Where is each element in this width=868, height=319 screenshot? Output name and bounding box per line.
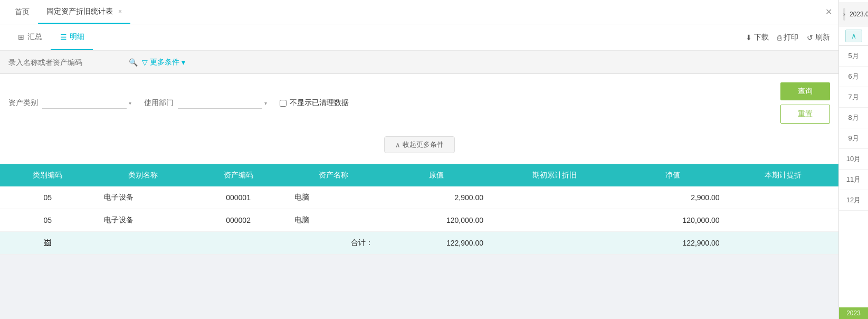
department-select[interactable]	[178, 98, 262, 109]
action-buttons: 查询 重置	[780, 82, 830, 124]
col-original-value: 原值	[381, 164, 492, 186]
nav-tab-label: 固定资产折旧统计表	[46, 7, 113, 16]
sidebar-month-5[interactable]: 5月	[839, 46, 868, 67]
download-label: 下载	[754, 33, 769, 42]
total-current-depreciation	[728, 232, 838, 255]
sidebar-year-badge[interactable]: 2023	[839, 307, 868, 319]
cell-accumulated-depreciation	[492, 186, 617, 209]
table-container: 类别编码 类别名称 资产编码 资产名称 原值 期初累计折旧 净值 本期计提折 0…	[0, 164, 838, 319]
filter-button[interactable]: ▽ 更多条件 ▾	[142, 58, 185, 67]
chevron-down-icon: ▾	[182, 58, 185, 67]
table-total-row: 🖼 合计： 122,900.00 122,900.00	[0, 232, 838, 255]
summary-icon: ⊞	[17, 33, 25, 41]
cell-category-code: 05	[0, 186, 96, 209]
asset-category-arrow-icon: ▾	[129, 100, 131, 106]
sidebar-month-7[interactable]: 7月	[839, 87, 868, 108]
asset-category-select[interactable]	[42, 98, 127, 109]
sidebar-month-10[interactable]: 10月	[839, 149, 868, 170]
tab-group: ⊞ 汇总 ☰ 明细	[8, 24, 93, 50]
print-button[interactable]: ⎙ 打印	[777, 33, 798, 42]
cell-asset-code: 000002	[190, 209, 286, 232]
sidebar-months: 5月 6月 7月 8月 9月 10月 11月 12月	[839, 46, 868, 211]
tab-summary[interactable]: ⊞ 汇总	[8, 24, 51, 50]
collapse-label: 收起更多条件	[403, 140, 444, 149]
print-label: 打印	[784, 33, 798, 42]
close-tab-icon[interactable]: ×	[118, 8, 122, 15]
sidebar-month-11[interactable]: 11月	[839, 170, 868, 190]
top-nav: 首页 固定资产折旧统计表 × ✕	[0, 0, 838, 24]
total-net-value: 122,900.00	[617, 232, 728, 255]
asset-category-select-wrapper: ▾	[42, 98, 131, 109]
sidebar-month-9[interactable]: 9月	[839, 128, 868, 149]
table-row: 05 电子设备 000001 电脑 2,900.00 2,900.00	[0, 186, 838, 209]
asset-category-label: 资产类别	[8, 98, 38, 108]
cell-net-value: 2,900.00	[617, 186, 728, 209]
cell-original-value: 120,000.00	[381, 209, 492, 232]
cell-net-value: 120,000.00	[617, 209, 728, 232]
table-header: 类别编码 类别名称 资产编码 资产名称 原值 期初累计折旧 净值 本期计提折	[0, 164, 838, 186]
cell-original-value: 2,900.00	[381, 186, 492, 209]
hide-cleared-checkbox[interactable]	[280, 100, 287, 107]
search-bar: 🔍 ▽ 更多条件 ▾	[0, 51, 838, 74]
tab-summary-label: 汇总	[27, 32, 42, 42]
total-icon: 🖼	[44, 239, 51, 247]
col-asset-code: 资产编码	[190, 164, 286, 186]
sidebar-month-8[interactable]: 8月	[839, 108, 868, 128]
filter-panel: 资产类别 ▾ 使用部门 ▾ 不显示已清理数	[0, 74, 838, 164]
reset-button[interactable]: 重置	[780, 105, 830, 124]
col-asset-name: 资产名称	[286, 164, 381, 186]
filter-asset-category: 资产类别 ▾	[8, 98, 131, 109]
col-net-value: 净值	[617, 164, 728, 186]
search-input[interactable]	[8, 58, 125, 67]
col-current-depreciation: 本期计提折	[728, 164, 838, 186]
refresh-icon: ↺	[807, 33, 813, 42]
action-group: ⬇ 下载 ⎙ 打印 ↺ 刷新	[746, 33, 830, 42]
download-icon: ⬇	[746, 33, 752, 42]
query-button[interactable]: 查询	[780, 82, 830, 100]
col-category-code: 类别编码	[0, 164, 96, 186]
filter-label: 更多条件	[150, 58, 179, 67]
cell-current-depreciation	[728, 209, 838, 232]
cell-category-code: 05	[0, 209, 96, 232]
col-category-name: 类别名称	[96, 164, 191, 186]
hide-cleared-checkbox-item: 不显示已清理数据	[280, 98, 349, 108]
print-icon: ⎙	[777, 33, 781, 42]
tab-detail[interactable]: ☰ 明细	[51, 24, 93, 50]
refresh-label: 刷新	[815, 33, 830, 42]
collapse-button[interactable]: ∧ 收起更多条件	[384, 136, 455, 153]
tab-detail-label: 明细	[70, 32, 84, 42]
filter-icon: ▽	[142, 58, 148, 67]
right-sidebar: › 2023.01 ∧ 5月 6月 7月 8月 9月 10月 11月 12月 2…	[838, 0, 868, 319]
detail-icon: ☰	[59, 33, 68, 41]
table-body: 05 电子设备 000001 电脑 2,900.00 2,900.00 05 电…	[0, 186, 838, 255]
col-accumulated-depreciation: 期初累计折旧	[492, 164, 617, 186]
download-button[interactable]: ⬇ 下载	[746, 33, 769, 42]
total-original-value: 122,900.00	[381, 232, 492, 255]
window-close-icon[interactable]: ✕	[825, 7, 832, 17]
cell-current-depreciation	[728, 186, 838, 209]
refresh-button[interactable]: ↺ 刷新	[807, 33, 830, 42]
toolbar-row: ⊞ 汇总 ☰ 明细 ⬇ 下载 ⎙ 打印 ↺ 刷新	[0, 24, 838, 51]
hide-cleared-label: 不显示已清理数据	[290, 98, 349, 108]
collapse-row: ∧ 收起更多条件	[8, 130, 830, 155]
cell-accumulated-depreciation	[492, 209, 617, 232]
sidebar-month-6[interactable]: 6月	[839, 67, 868, 87]
sidebar-month-12[interactable]: 12月	[839, 190, 868, 211]
cell-asset-name: 电脑	[286, 186, 381, 209]
nav-home[interactable]: 首页	[6, 0, 38, 24]
filter-row-1: 资产类别 ▾ 使用部门 ▾ 不显示已清理数	[8, 82, 830, 124]
cell-category-name: 电子设备	[96, 209, 191, 232]
department-label: 使用部门	[144, 98, 174, 108]
sidebar-date-label: 2023.01	[847, 11, 868, 18]
total-label: 合计：	[96, 232, 381, 255]
sidebar-up-button[interactable]: ∧	[845, 30, 862, 42]
search-icon[interactable]: 🔍	[129, 58, 138, 67]
filter-department: 使用部门 ▾	[144, 98, 267, 109]
data-table: 类别编码 类别名称 资产编码 资产名称 原值 期初累计折旧 净值 本期计提折 0…	[0, 164, 838, 255]
cell-asset-name: 电脑	[286, 209, 381, 232]
sidebar-nav-arrow[interactable]: ›	[843, 8, 845, 21]
nav-active-tab[interactable]: 固定资产折旧统计表 ×	[38, 0, 130, 24]
department-arrow-icon: ▾	[264, 100, 267, 106]
cell-category-name: 电子设备	[96, 186, 191, 209]
cell-asset-code: 000001	[190, 186, 286, 209]
